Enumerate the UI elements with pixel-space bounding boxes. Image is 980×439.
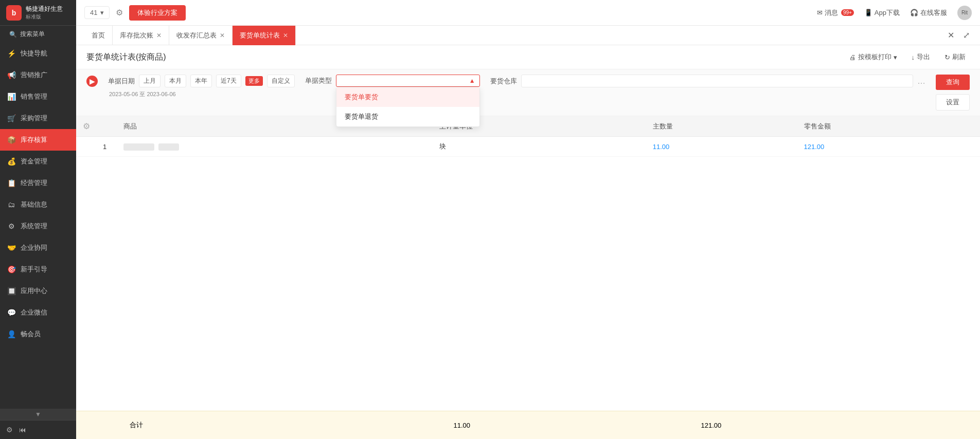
tab-close-all-button[interactable]: ✕ xyxy=(945,30,956,41)
date-label: 单据日期 xyxy=(108,77,135,86)
app-logo: b 畅捷通好生意 标准版 xyxy=(0,0,76,26)
tab-inventory-batch-close[interactable]: ✕ xyxy=(156,32,162,39)
quick-nav-icon: ⚡ xyxy=(6,48,16,59)
last-7days-btn[interactable]: 近7天 xyxy=(216,75,241,87)
sidebar-item-marketing[interactable]: 📢 营销推广 xyxy=(0,64,76,86)
sidebar-item-enterprise-collab[interactable]: 🤝 企业协同 xyxy=(0,237,76,259)
tab-inventory-batch[interactable]: 库存批次账 ✕ xyxy=(113,26,169,45)
sidebar-item-inventory[interactable]: 📦 库存核算 xyxy=(0,129,76,151)
type-select[interactable]: ▲ xyxy=(336,75,480,87)
query-button[interactable]: 查询 xyxy=(936,75,970,90)
basic-info-icon: 🗂 xyxy=(6,199,16,210)
app-version: 标准版 xyxy=(26,13,63,20)
sidebar-item-label: 采购管理 xyxy=(21,114,47,123)
sidebar-item-enterprise-wechat[interactable]: 💬 企业微信 xyxy=(0,302,76,323)
finance-icon: 💰 xyxy=(6,156,16,167)
header-left: 41 ▾ ⚙ 体验行业方案 xyxy=(84,5,186,21)
search-menu[interactable]: 🔍 搜索菜单 xyxy=(0,26,76,43)
tab-home[interactable]: 首页 xyxy=(84,26,113,45)
trial-button[interactable]: 体验行业方案 xyxy=(129,5,186,21)
page-actions: 🖨 按模板打印 ▾ ↓ 导出 ↻ 刷新 xyxy=(845,50,970,64)
set-button[interactable]: 设置 xyxy=(936,94,970,111)
export-icon: ↓ xyxy=(912,53,915,61)
refresh-label: 刷新 xyxy=(952,52,966,62)
tab-receivable-summary-close[interactable]: ✕ xyxy=(220,32,225,39)
custom-date-btn[interactable]: 自定义 xyxy=(267,75,295,87)
tab-receivable-summary[interactable]: 收发存汇总表 ✕ xyxy=(169,26,233,45)
settings-col-header: ⚙ xyxy=(76,116,97,137)
warehouse-input[interactable] xyxy=(521,75,913,87)
app-name: 畅捷通好生意 xyxy=(26,5,63,13)
footer-label-cell: 合计 xyxy=(123,416,342,434)
type-label: 单据类型 xyxy=(305,76,332,85)
footer-amount: 121.00 xyxy=(701,422,722,429)
sidebar-item-label: 畅会员 xyxy=(21,330,41,339)
chevron-up-icon: ▲ xyxy=(469,77,475,84)
export-button[interactable]: ↓ 导出 xyxy=(907,50,935,64)
footer-table: 合计 11.00 121.00 xyxy=(82,416,974,434)
sidebar-item-sales[interactable]: 📊 销售管理 xyxy=(0,86,76,107)
member-icon: 👤 xyxy=(6,329,16,339)
settings-icon[interactable]: ⚙ xyxy=(6,426,13,434)
this-month-btn[interactable]: 本月 xyxy=(165,75,186,87)
sidebar-item-purchase[interactable]: 🛒 采购管理 xyxy=(0,107,76,129)
tab-maximize-button[interactable]: ⤢ xyxy=(960,30,972,41)
sidebar: b 畅捷通好生意 标准版 🔍 搜索菜单 ⚡ 快捷导航 📢 营销推广 📊 销售管理… xyxy=(0,0,76,439)
table-header-row: ⚙ 商品 主计量单位 主数量 零售金额 xyxy=(76,116,980,137)
table-container: ⚙ 商品 主计量单位 主数量 零售金额 1 xyxy=(76,116,980,411)
tab-order-stats[interactable]: 要货单统计表 ✕ xyxy=(233,26,296,45)
print-template-button[interactable]: 🖨 按模板打印 ▾ xyxy=(845,50,901,64)
tab-order-stats-close[interactable]: ✕ xyxy=(283,32,288,39)
sidebar-item-member[interactable]: 👤 畅会员 xyxy=(0,323,76,345)
more-options-icon[interactable]: … xyxy=(917,77,925,86)
tab-inventory-batch-label: 库存批次账 xyxy=(120,31,153,40)
chevron-down-icon: ▼ xyxy=(35,411,41,418)
sidebar-item-operations[interactable]: 📋 经营管理 xyxy=(0,172,76,194)
index-col-header xyxy=(97,116,117,137)
sidebar-item-basic-info[interactable]: 🗂 基础信息 xyxy=(0,194,76,215)
app-download-action[interactable]: 📱 App下载 xyxy=(864,8,900,17)
collapse-icon[interactable]: ⏮ xyxy=(19,426,26,434)
header-settings-icon[interactable]: ⚙ xyxy=(116,8,123,17)
sales-icon: 📊 xyxy=(6,92,16,102)
sidebar-item-finance[interactable]: 💰 资金管理 xyxy=(0,151,76,172)
footer-quantity: 11.00 xyxy=(454,422,471,429)
sidebar-scroll-down[interactable]: ▼ xyxy=(0,409,76,420)
phone-icon: 📱 xyxy=(864,9,872,16)
sidebar-item-system[interactable]: ⚙ 系统管理 xyxy=(0,215,76,237)
refresh-icon: ↻ xyxy=(945,53,950,61)
enterprise-collab-icon: 🤝 xyxy=(6,243,16,253)
this-year-btn[interactable]: 本年 xyxy=(190,75,212,87)
online-service-action[interactable]: 🎧 在线客服 xyxy=(910,8,947,17)
store-selector[interactable]: 41 ▾ xyxy=(84,6,110,19)
dropdown-item-purchase-return[interactable]: 要货单退货 xyxy=(336,107,479,126)
logo-icon: b xyxy=(6,5,22,21)
messages-action[interactable]: ✉ 消息 99+ xyxy=(817,8,854,17)
column-settings-icon[interactable]: ⚙ xyxy=(83,122,90,131)
amount-link[interactable]: 121.00 xyxy=(804,143,825,151)
page-title: 要货单统计表(按商品) xyxy=(86,52,166,63)
quantity-link[interactable]: 11.00 xyxy=(653,143,670,151)
store-number: 41 xyxy=(90,9,97,16)
sidebar-item-label: 经营管理 xyxy=(21,178,47,188)
more-dates-btn[interactable]: 更多 xyxy=(245,76,263,86)
warehouse-filter-group: 要货仓库 … xyxy=(490,75,925,87)
quantity-cell: 11.00 xyxy=(647,137,798,157)
enterprise-wechat-icon: 💬 xyxy=(6,307,16,318)
sidebar-item-app-center[interactable]: 🔲 应用中心 xyxy=(0,280,76,302)
sidebar-item-guide[interactable]: 🎯 新手引导 xyxy=(0,259,76,280)
footer-amount-cell: 121.00 xyxy=(695,416,974,434)
online-service-label: 在线客服 xyxy=(920,8,947,17)
date-filter-group: 单据日期 上月 本月 本年 近7天 更多 自定义 2023-05-06 至 20… xyxy=(108,75,295,98)
refresh-button[interactable]: ↻ 刷新 xyxy=(940,50,970,64)
page-content: 要货单统计表(按商品) 🖨 按模板打印 ▾ ↓ 导出 ↻ 刷新 ▶ xyxy=(76,45,980,439)
last-month-btn[interactable]: 上月 xyxy=(139,75,161,87)
avatar[interactable]: Rit xyxy=(957,6,972,20)
data-table: ⚙ 商品 主计量单位 主数量 零售金额 1 xyxy=(76,116,980,157)
header-right: ✉ 消息 99+ 📱 App下载 🎧 在线客服 Rit xyxy=(817,6,972,20)
date-range-text: 2023-05-06 至 2023-06-06 xyxy=(108,90,295,98)
dropdown-item-purchase-order[interactable]: 要货单要货 xyxy=(336,87,479,107)
sidebar-item-quick-nav[interactable]: ⚡ 快捷导航 xyxy=(0,43,76,64)
filter-toggle-button[interactable]: ▶ xyxy=(86,76,98,87)
sidebar-item-label: 库存核算 xyxy=(21,135,47,144)
